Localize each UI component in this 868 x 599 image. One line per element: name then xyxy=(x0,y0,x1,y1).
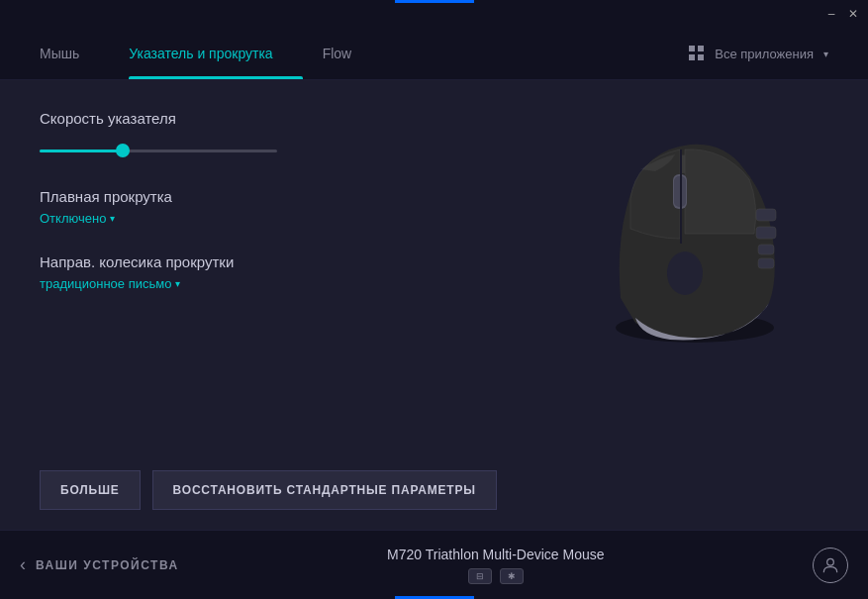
user-icon xyxy=(820,555,840,575)
slider-thumb[interactable] xyxy=(116,144,130,157)
header-right: Все приложения ▾ xyxy=(689,46,828,61)
slider-fill xyxy=(40,150,123,152)
reset-button[interactable]: ВОССТАНОВИТЬ СТАНДАРТНЫЕ ПАРАМЕТРЫ xyxy=(152,470,497,510)
title-bar: – ✕ xyxy=(0,0,868,28)
battery-icon: ⊟ xyxy=(468,568,492,584)
apps-chevron-icon: ▾ xyxy=(823,49,828,59)
device-name: M720 Triathlon Multi-Device Mouse xyxy=(387,547,604,562)
device-icons: ⊟ ✱ xyxy=(468,568,524,584)
main-content: Скорость указателя Плавная прокрутка Отк… xyxy=(0,80,868,450)
back-label: ВАШИ УСТРОЙСТВА xyxy=(36,558,179,572)
close-button[interactable]: ✕ xyxy=(846,7,860,21)
accent-top-line xyxy=(395,0,474,3)
bottom-buttons: БОЛЬШЕ ВОССТАНОВИТЬ СТАНДАРТНЫЕ ПАРАМЕТР… xyxy=(0,450,868,530)
svg-rect-5 xyxy=(758,245,774,254)
user-profile-button[interactable] xyxy=(813,548,848,583)
more-button[interactable]: БОЛЬШЕ xyxy=(40,470,141,510)
slider-track xyxy=(40,150,277,152)
tab-mouse[interactable]: Мышь xyxy=(40,28,109,79)
connectivity-icon: ✱ xyxy=(500,568,524,584)
svg-point-9 xyxy=(827,558,834,565)
footer-center: M720 Triathlon Multi-Device Mouse ⊟ ✱ xyxy=(387,547,604,584)
scroll-direction-value: традиционное письмо xyxy=(40,276,171,291)
minimize-button[interactable]: – xyxy=(824,7,838,21)
smooth-scroll-chevron-icon: ▾ xyxy=(110,213,115,224)
svg-rect-4 xyxy=(756,227,776,239)
tab-pointer[interactable]: Указатель и прокрутка xyxy=(129,28,302,79)
svg-point-7 xyxy=(667,251,703,295)
svg-rect-6 xyxy=(758,258,774,268)
tab-flow[interactable]: Flow xyxy=(323,28,382,79)
back-arrow-icon: ‹ xyxy=(20,554,26,575)
app-window: – ✕ Мышь Указатель и прокрутка Flow Все … xyxy=(0,0,868,599)
apps-grid-icon xyxy=(689,46,705,61)
tab-bar: Мышь Указатель и прокрутка Flow xyxy=(40,28,401,79)
scroll-direction-chevron-icon: ▾ xyxy=(175,278,180,289)
title-bar-controls: – ✕ xyxy=(824,7,860,21)
footer: ‹ ВАШИ УСТРОЙСТВА M720 Triathlon Multi-D… xyxy=(0,530,868,599)
back-to-devices[interactable]: ‹ ВАШИ УСТРОЙСТВА xyxy=(20,554,179,575)
pointer-speed-slider[interactable] xyxy=(40,141,277,160)
mouse-illustration xyxy=(561,120,819,357)
apps-label[interactable]: Все приложения xyxy=(715,47,814,61)
svg-rect-3 xyxy=(756,209,776,221)
header: Мышь Указатель и прокрутка Flow Все прил… xyxy=(0,28,868,80)
smooth-scroll-value: Отключено xyxy=(40,211,106,226)
mouse-image xyxy=(551,100,828,377)
